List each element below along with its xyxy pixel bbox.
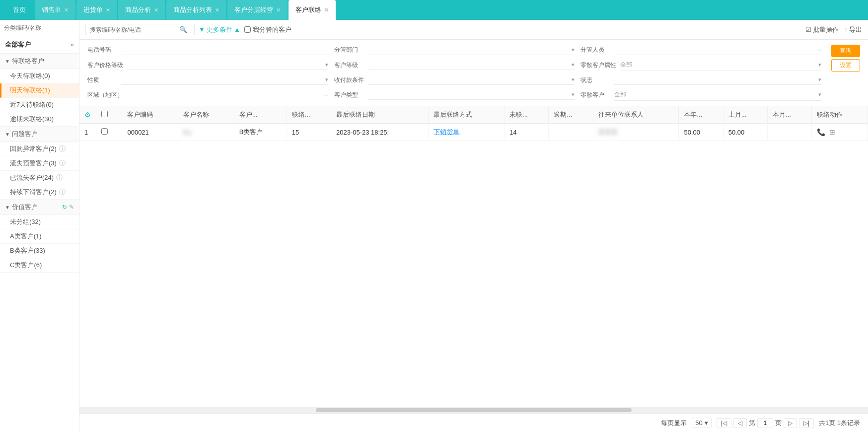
close-icon[interactable]: ✕ [276,0,281,20]
column-setting-icon[interactable]: ⚙ [84,111,91,119]
select-all-checkbox[interactable] [101,111,108,117]
filter-customer-type-label: 客户类型 [334,91,364,99]
filter-dept: 分管部门 ▾ [334,45,575,55]
cell-customer-code: 000021 [122,124,178,141]
sidebar-search-area: 🔍 [0,20,79,36]
cell-last-contact-method[interactable]: 下销货单 [429,124,505,141]
chevron-down-icon: ▾ [572,91,575,98]
sidebar-group-pending[interactable]: ▼ 待联络客户 [0,54,79,69]
horizontal-scrollbar[interactable] [79,407,868,413]
last-page-button[interactable]: ▷| [799,418,814,428]
filter-retail-customer-select[interactable]: 全部 ▾ [614,89,821,101]
query-button[interactable]: 查询 [831,45,860,57]
page-number-input[interactable] [757,418,773,428]
filter-customer-type-select[interactable]: ▾ [368,90,575,100]
close-icon[interactable]: ✕ [324,0,329,20]
nav-home[interactable]: 首页 [5,0,34,20]
filter-phone: 电话号码 [87,45,328,55]
filter-nature-select[interactable]: ▾ [121,75,328,85]
nav-tab-product-list[interactable]: 商品分析列表 ✕ [166,0,226,20]
col-checkbox-header[interactable] [96,106,122,124]
filter-nature: 性质 ▾ [87,75,328,85]
page-unit-label: 页 [775,419,782,428]
my-customer-checkbox[interactable] [244,26,251,33]
sidebar-group-problem[interactable]: ▼ 问题客户 [0,127,79,142]
close-icon[interactable]: ✕ [154,0,158,20]
nav-tab-customer-segment[interactable]: 客户分层经营 ✕ [227,0,288,20]
nav-tab-customer-contact[interactable]: 客户联络 ✕ [289,0,336,20]
nav-tab-sales[interactable]: 销售单 ✕ [35,0,75,20]
cell-last-contact-date: 2023-05-23 18:25: [331,124,428,141]
export-icon: ↑ [845,26,848,33]
sidebar-item-7days[interactable]: 近7天待联络(0) [0,98,79,112]
sidebar-item-churned[interactable]: 已流失客户(24) ⓘ [0,171,79,185]
main-search-icon[interactable]: 🔍 [179,26,187,33]
filter-price-level-select[interactable]: ▾ [127,60,328,70]
filter-dept-select[interactable]: ▾ [368,45,575,55]
sidebar-item-overdue[interactable]: 逾期未联络(30) [0,112,79,127]
filter-retail-attr-label: 零散客户属性 [580,61,616,70]
filter-status-select[interactable]: ▾ [614,75,821,85]
filter-nature-label: 性质 [87,76,117,84]
filter-customer-level-select[interactable]: ▾ [368,60,575,70]
arrow-icon: ▼ [5,132,10,137]
close-icon[interactable]: ✕ [215,0,219,20]
page-size-select[interactable]: 50 ▾ [692,418,711,428]
close-icon[interactable]: ✕ [64,0,69,20]
contact-method-link[interactable]: 下销货单 [434,128,459,136]
customer-table: ⚙ 客户编码 客户名称 客户... [79,106,868,141]
col-this-year-header: 本年... [679,106,723,124]
next-page-button[interactable]: ▷ [784,418,797,428]
sidebar-search-input[interactable] [4,24,78,31]
sidebar-item-churn-warn[interactable]: 流失预警客户(3) ⓘ [0,156,79,171]
main-layout: 🔍 全部客户 « ▼ 待联络客户 今天待联络(0) 明天待联络(1) 近7天待联… [0,20,868,432]
filter-payment-select[interactable]: ▾ [368,75,575,85]
filter-retail-customer-label: 零散客户 [580,91,610,99]
sidebar-item-tomorrow[interactable]: 明天待联络(1) [0,83,79,98]
sidebar-item-declining[interactable]: 持续下滑客户(2) ⓘ [0,185,79,200]
nav-tab-product-analysis[interactable]: 商品分析 ✕ [118,0,165,20]
sidebar-item-ungrouped[interactable]: 未分组(32) [0,215,79,229]
row-checkbox[interactable] [101,128,108,135]
nav-tab-purchase[interactable]: 进货单 ✕ [76,0,117,20]
first-page-button[interactable]: |◁ [717,418,731,428]
phone-icon[interactable]: 📞 [817,128,825,136]
more-filter-button[interactable]: ▼ 更多条件 ▲ [199,25,240,34]
setting-button[interactable]: 设置 [831,59,860,72]
filter-manager: 分管人员 ··· [580,45,821,55]
filter-customer-level: 客户等级 ▾ [334,60,575,70]
filter-phone-input[interactable] [121,45,328,55]
scrollbar-thumb[interactable] [316,408,631,412]
refresh-icon[interactable]: ↻ [62,204,67,211]
sidebar-collapse-icon[interactable]: « [71,41,74,48]
grid-icon[interactable]: ⊞ [829,128,835,136]
filter-retail-attr-select[interactable]: 全部 ▾ [620,59,821,71]
customer-name-value: Ea [183,129,191,136]
my-customer-checkbox-area[interactable]: 我分管的客户 [244,25,291,34]
close-icon[interactable]: ✕ [106,0,110,20]
sidebar-item-today[interactable]: 今天待联络(0) [0,69,79,83]
sidebar-item-abnormal[interactable]: 回购异常客户(2) ⓘ [0,142,79,156]
chevron-down-icon: ▾ [818,62,821,68]
export-button[interactable]: ↑ 导出 [845,25,863,34]
sidebar-item-c-class[interactable]: C类客户(6) [0,258,79,273]
info-icon: ⓘ [59,159,66,167]
filter-manager-select[interactable]: ··· [614,45,821,55]
cell-customer-type: B类客户 [234,124,287,141]
cell-checkbox[interactable] [96,124,122,141]
col-setting: ⚙ [79,106,96,124]
col-last-contact-date-header: 最后联络日期 [331,106,428,124]
info-icon: ⓘ [56,174,63,181]
sidebar-item-a-class[interactable]: A类客户(1) [0,229,79,244]
main-search-input[interactable] [90,26,179,33]
edit-icon[interactable]: ✎ [69,204,74,211]
contact-person-value: 某某某 [598,128,618,136]
prev-page-button[interactable]: ◁ [733,418,747,428]
filter-region-select[interactable]: ··· [127,90,328,100]
sidebar-item-b-class[interactable]: B类客户(33) [0,244,79,258]
batch-operation-button[interactable]: ☑ 批量操作 [805,25,839,34]
checkbox-icon: ☑ [805,26,811,33]
footer-pagination: 每页显示 50 ▾ |◁ ◁ 第 页 ▷ ▷| 共1页 1条记录 [79,413,868,432]
filter-price-level-label: 客户价格等级 [87,61,123,70]
sidebar-group-value[interactable]: ▼ 价值客户 ↻ ✎ [0,200,79,215]
